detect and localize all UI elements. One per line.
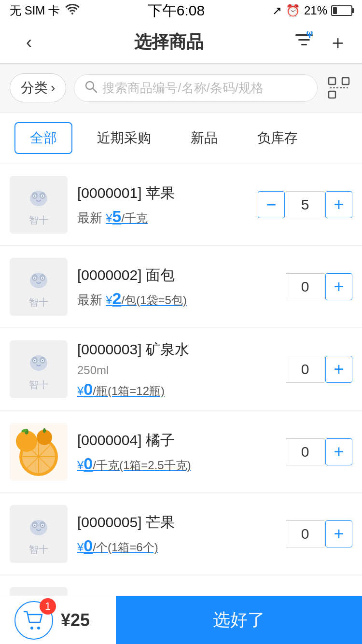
svg-point-18 (30, 273, 47, 288)
wifi-icon (65, 4, 80, 17)
category-label: 分类 (21, 79, 48, 97)
product-item-p2: 智十 [0000002] 面包 最新 ¥2/包(1袋=5包) + (0, 246, 362, 327)
qty-input-p1[interactable] (286, 191, 324, 218)
filter-button[interactable] (294, 31, 314, 53)
svg-point-11 (30, 191, 47, 206)
svg-point-64 (30, 627, 33, 630)
qty-control-p2: + (285, 273, 352, 300)
confirm-button[interactable]: 选好了 (116, 596, 362, 644)
cart-button[interactable]: 1 (14, 601, 53, 640)
product-thumb-p3: 智十 (10, 340, 68, 398)
back-button[interactable]: ‹ (14, 32, 43, 53)
increment-button-p4[interactable]: + (325, 438, 352, 465)
qty-control-p3: + (285, 356, 352, 383)
svg-point-42 (43, 428, 46, 433)
product-name-p1: [0000001] 苹果 (77, 183, 248, 203)
qty-control-p1: − + (258, 191, 352, 218)
bottom-bar: 1 ¥25 选好了 (0, 596, 362, 644)
product-name-p5: [0000005] 芒果 (77, 513, 275, 532)
status-bar: 无 SIM 卡 下午6:08 ↗ ⏰ 21% (0, 0, 362, 21)
svg-point-31 (42, 360, 43, 361)
battery-icon (331, 5, 352, 16)
nav-bar: ‹ 选择商品 ＋ (0, 21, 362, 64)
qty-control-p4: + (285, 438, 352, 465)
increment-button-p3[interactable]: + (325, 356, 352, 383)
search-placeholder: 搜索商品编号/名称/条码/规格 (102, 80, 264, 97)
product-item-p5: 智十 [0000005] 芒果 ¥0/个(1箱=6个) + (0, 493, 362, 574)
filter-bar: 分类 › 搜索商品编号/名称/条码/规格 (0, 64, 362, 112)
tab-all[interactable]: 全部 (14, 122, 72, 154)
cart-badge: 1 (40, 598, 56, 615)
location-icon: ↗ (272, 4, 282, 17)
cart-area: 1 ¥25 (0, 601, 116, 640)
nav-title: 选择商品 (43, 30, 294, 54)
svg-rect-2 (301, 44, 307, 45)
status-time: 下午6:08 (148, 1, 205, 21)
product-name-p2: [0000002] 面包 (77, 266, 275, 285)
svg-point-24 (42, 277, 43, 279)
battery-percent: 21% (304, 4, 327, 17)
tabs-bar: 全部 近期采购 新品 负库存 (0, 112, 362, 164)
product-thumb-p5: 智十 (10, 505, 68, 563)
qty-input-p2[interactable] (286, 273, 324, 300)
svg-rect-7 (329, 78, 335, 84)
category-arrow-icon: › (51, 80, 55, 96)
svg-point-17 (42, 195, 43, 196)
svg-point-30 (34, 360, 36, 361)
qty-input-p3[interactable] (286, 356, 324, 383)
product-item-p1: 智十 [0000001] 苹果 最新 ¥5/千克 − + (0, 164, 362, 245)
product-price-p5: ¥0/个(1箱=6个) (77, 536, 275, 555)
increment-button-p5[interactable]: + (325, 520, 352, 547)
tab-negative[interactable]: 负库存 (242, 123, 313, 154)
product-info-p5: [0000005] 芒果 ¥0/个(1箱=6个) (77, 513, 275, 555)
product-price-p1: 最新 ¥5/千克 (77, 207, 248, 226)
qty-input-p4[interactable] (286, 438, 324, 465)
svg-line-6 (93, 88, 97, 92)
status-left: 无 SIM 卡 (10, 3, 80, 18)
status-right: ↗ ⏰ 21% (272, 4, 352, 17)
product-item-p3: 智十 [0000003] 矿泉水 250ml ¥0/瓶(1箱=12瓶) + (0, 328, 362, 410)
category-button[interactable]: 分类 › (10, 73, 66, 102)
scan-button[interactable] (325, 74, 352, 101)
product-price-p2: 最新 ¥2/包(1袋=5包) (77, 289, 275, 308)
svg-rect-9 (329, 91, 335, 98)
product-name-p4: [0000004] 橘子 (77, 431, 275, 450)
svg-point-49 (42, 524, 43, 526)
product-spec-p3: 250ml (77, 364, 275, 377)
cart-total: ¥25 (61, 610, 90, 630)
qty-control-p5: + (285, 520, 352, 547)
qty-input-p5[interactable] (286, 520, 324, 547)
svg-point-43 (30, 520, 47, 535)
nav-right-buttons: ＋ (294, 29, 348, 56)
increment-button-p2[interactable]: + (325, 273, 352, 300)
tab-new[interactable]: 新品 (176, 123, 233, 154)
product-info-p1: [0000001] 苹果 最新 ¥5/千克 (77, 183, 248, 226)
product-thumb-p4 (10, 423, 68, 481)
product-info-p2: [0000002] 面包 最新 ¥2/包(1袋=5包) (77, 266, 275, 308)
svg-point-48 (34, 524, 36, 526)
product-list: 智十 [0000001] 苹果 最新 ¥5/千克 − + (0, 164, 362, 644)
add-product-button[interactable]: ＋ (328, 29, 348, 56)
sim-text: 无 SIM 卡 (10, 3, 60, 18)
svg-point-23 (34, 277, 36, 279)
tab-recent[interactable]: 近期采购 (82, 123, 166, 154)
product-thumb-p2: 智十 (10, 258, 68, 316)
alarm-icon: ⏰ (286, 4, 300, 17)
increment-button-p1[interactable]: + (325, 191, 352, 218)
decrement-button-p1[interactable]: − (258, 191, 285, 218)
product-thumb-p1: 智十 (10, 176, 68, 234)
svg-rect-8 (342, 78, 349, 84)
search-icon (84, 80, 97, 97)
product-name-p3: [0000003] 矿泉水 (77, 340, 275, 360)
product-item-p4: [0000004] 橘子 ¥0/千克(1箱=2.5千克) + (0, 411, 362, 492)
svg-rect-1 (298, 39, 310, 41)
svg-point-16 (34, 195, 36, 196)
product-price-p3: ¥0/瓶(1箱=12瓶) (77, 380, 275, 399)
svg-point-25 (30, 355, 47, 371)
svg-point-65 (37, 627, 40, 630)
product-info-p3: [0000003] 矿泉水 250ml ¥0/瓶(1箱=12瓶) (77, 340, 275, 399)
search-box[interactable]: 搜索商品编号/名称/条码/规格 (74, 74, 318, 102)
product-price-p4: ¥0/千克(1箱=2.5千克) (77, 454, 275, 473)
product-info-p4: [0000004] 橘子 ¥0/千克(1箱=2.5千克) (77, 431, 275, 473)
